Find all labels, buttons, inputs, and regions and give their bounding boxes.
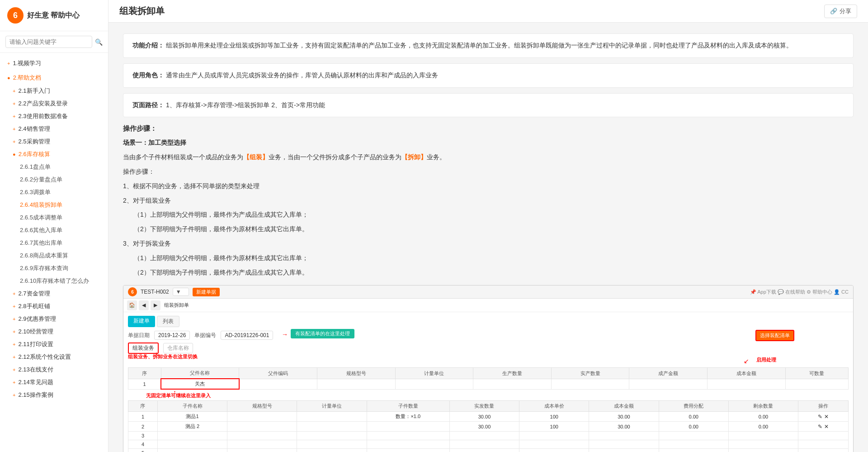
ss-bcol-action: 操作: [798, 401, 849, 412]
ss-top-table-header: 序 父件名称 父件编码 规格型号 计量单位 生产数量 实产数量 成产金额 成本金…: [128, 368, 849, 379]
sidebar-item-ops[interactable]: + 2.10经营管理: [0, 325, 108, 338]
sidebar-item-ledger[interactable]: 2.6.9库存账本查询: [0, 262, 108, 275]
assembly-highlight: 【组装】: [243, 153, 269, 161]
sidebar-item-inventory[interactable]: ● 2.6库存核算: [0, 148, 108, 161]
table-row: 1 关杰: [128, 379, 849, 389]
search-icon[interactable]: 🔍: [95, 38, 103, 46]
steps-title: 操作步骤：: [123, 124, 854, 133]
steps-intro: 操作步骤：: [123, 167, 854, 177]
ss-tab-list[interactable]: 列表: [157, 316, 179, 327]
sidebar-item-cost-recalc[interactable]: 2.6.8商品成本重算: [0, 249, 108, 262]
step3b: （2）下部明细为子件明细，最终作为产成品生成其它入库单。: [123, 267, 854, 278]
row-action-btn[interactable]: ✎: [818, 423, 822, 430]
row-delete-btn[interactable]: ✕: [824, 414, 829, 420]
sidebar-item-video[interactable]: + 1.视频学习: [0, 57, 108, 70]
sidebar-item-print[interactable]: + 2.11打印设置: [0, 338, 108, 351]
sidebar-item-dataprep[interactable]: + 2.3使用前数据准备: [0, 110, 108, 123]
sidebar-item-payment[interactable]: + 2.13在线支付: [0, 363, 108, 376]
toggle-icon: ●: [7, 75, 10, 81]
ss-bcol-qty: 子件数量: [367, 401, 449, 412]
ss-callout4-row: 无固定清单可继续在这里录入 ↑: [128, 392, 849, 400]
sidebar-item-coupon[interactable]: + 2.9优惠券管理: [0, 313, 108, 325]
sidebar-item-purchase[interactable]: + 2.5采购管理: [0, 135, 108, 148]
sidebar-sub-label: 2.2产品安装及登录: [18, 100, 67, 108]
sidebar-item-cost-adjust[interactable]: 2.6.5成本调整单: [0, 211, 108, 224]
logo-text: 好生意 帮助中心: [27, 11, 80, 20]
ss-warehouse-field[interactable]: 仓库名称: [163, 343, 193, 353]
toggle-icon: +: [13, 139, 15, 144]
sidebar-item-label: 1.视频学习: [13, 59, 41, 67]
search-area: 🔍: [0, 31, 108, 53]
sidebar-item-faq[interactable]: + 2.14常见问题: [0, 376, 108, 389]
sidebar-item-other-out[interactable]: 2.6.7其他出库单: [0, 237, 108, 249]
toggle-icon: +: [13, 88, 15, 94]
ss-billno-field[interactable]: AD-20191226-001: [221, 331, 273, 340]
sidebar-item-customize[interactable]: + 2.12系统个性化设置: [0, 351, 108, 363]
ss-arrow3: ↙: [744, 357, 749, 365]
toggle-icon: +: [13, 316, 15, 322]
disassembly-highlight: 【拆卸】: [401, 153, 427, 161]
nav-sub-inventory: 2.6.1盘点单 2.6.2分量盘点单 2.6.3调拨单 2.6.4组装拆卸单 …: [0, 161, 108, 287]
sidebar-item-finance[interactable]: + 2.7资金管理: [0, 287, 108, 300]
ss-bcol-actual-qty: 实发数量: [449, 401, 519, 412]
sidebar-item-cases[interactable]: + 2.15操作案例: [0, 389, 108, 401]
table-row: 3: [128, 432, 849, 440]
search-input[interactable]: [5, 36, 92, 48]
table-row: 4: [128, 440, 849, 449]
sidebar-item-split-stocktake[interactable]: 2.6.2分量盘点单: [0, 173, 108, 186]
ss-bottom-table-header: 序 子件名称 规格型号 计量单位 子件数量 实发数量 成本单价 成本金额 费用分…: [128, 401, 849, 412]
ss-arrow1: →: [282, 331, 288, 338]
path-text: 1、库存核算->库存管理->组装拆卸单 2、首页->常用功能: [166, 101, 325, 109]
sidebar-item-install[interactable]: + 2.2产品安装及登录: [0, 97, 108, 110]
sidebar-sub-label: 2.15操作案例: [18, 391, 53, 399]
sidebar-sub-label: 2.5采购管理: [18, 138, 50, 146]
nav-section-docs: ● 2.帮助文档 + 2.1新手入门 + 2.2产品安装及登录 + 2.3使用前…: [0, 71, 108, 401]
ss-col-parent-name: 父件名称: [161, 368, 239, 379]
sidebar-item-sales[interactable]: + 2.4销售管理: [0, 123, 108, 135]
ss-select-bill-btn[interactable]: 选择装配清单: [755, 330, 794, 341]
share-button[interactable]: 🔗 分享: [824, 5, 857, 18]
toggle-icon: +: [13, 392, 15, 398]
toggle-icon: +: [13, 380, 15, 385]
row-action-btn[interactable]: ✎: [818, 414, 822, 420]
sidebar-sub-label: 2.1新手入门: [18, 87, 50, 95]
ss-nav: 🏠 ◀ ▶ 组装拆卸单: [123, 299, 853, 312]
sidebar-item-label: 2.帮助文档: [13, 74, 42, 82]
sidebar-item-mobile[interactable]: + 2.8手机旺铺: [0, 300, 108, 313]
toggle-icon: +: [13, 291, 15, 296]
sidebar-item-other-in[interactable]: 2.6.6其他入库单: [0, 224, 108, 237]
ss-date-field[interactable]: 2019-12-26: [154, 331, 190, 340]
sidebar-item-transfer[interactable]: 2.6.3调拨单: [0, 186, 108, 199]
ss-cell-unit: [395, 379, 473, 389]
ss-col-spec: 规格型号: [317, 368, 395, 379]
ss-home-icon: 🏠: [127, 300, 137, 310]
nav-sub-docs: + 2.1新手入门 + 2.2产品安装及登录 + 2.3使用前数据准备 + 2.…: [0, 85, 108, 401]
ss-icons: 📌 App下载 💬 在线帮助 ⚙ 帮助中心 👤 CC: [750, 289, 849, 295]
ss-bcol-child-name: 子件名称: [157, 401, 227, 412]
sidebar-item-stocktake[interactable]: 2.6.1盘点单: [0, 161, 108, 173]
ss-bcol-cost-amt: 成本金额: [589, 401, 659, 412]
sidebar-item-ledger-fix[interactable]: 2.6.10库存账本错了怎么办: [0, 275, 108, 287]
ss-col-parent-code: 父件编码: [239, 368, 317, 379]
row-delete-btn[interactable]: ✕: [824, 423, 829, 430]
sidebar-sub-label: 2.13在线支付: [18, 366, 53, 374]
sidebar-item-docs[interactable]: ● 2.帮助文档: [0, 71, 108, 85]
ss-callout4: 无固定清单可继续在这里录入: [146, 392, 211, 399]
role-label: 使用角色：: [132, 71, 164, 79]
ss-bcol-unit: 计量单位: [297, 401, 367, 412]
ss-bcol-unit-cost: 成本单价: [519, 401, 589, 412]
share-icon: 🔗: [830, 8, 837, 14]
ss-cell-parent-name: 关杰: [161, 379, 239, 389]
sidebar-item-assembly[interactable]: 2.6.4组装拆卸单: [0, 199, 108, 211]
ss-top-table: 序 父件名称 父件编码 规格型号 计量单位 生产数量 实产数量 成产金额 成本金…: [128, 367, 849, 390]
toggle-icon: +: [13, 342, 15, 347]
ss-tab-new[interactable]: 新建单: [128, 316, 155, 327]
toggle-icon: +: [13, 329, 15, 334]
toggle-icon: +: [13, 304, 15, 309]
intro-text: 组装拆卸单用来处理企业组装或拆卸等加工业务，支持有固定装配清单的产品加工业务，也…: [166, 42, 793, 49]
ss-form-row2: 组装业务 仓库名称 组装业务、拆卸业务在这里切换 ↱: [128, 343, 849, 354]
nav-tree: + 1.视频学习 ● 2.帮助文档 + 2.1新手入门 + 2.2产品安装及登录: [0, 53, 108, 452]
step2: 2、对于组装业务: [123, 195, 854, 206]
step3: 3、对于拆装业务: [123, 238, 854, 249]
sidebar-item-newbie[interactable]: + 2.1新手入门: [0, 85, 108, 97]
